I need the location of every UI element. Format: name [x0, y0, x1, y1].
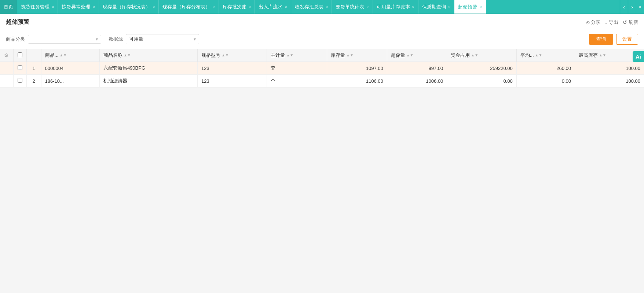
- th-name[interactable]: 商品名称 ▲▼: [99, 49, 197, 62]
- nav-label-6: 出入库流水: [259, 4, 282, 10]
- td-spec-1: 123: [198, 75, 267, 88]
- nav-item-5[interactable]: 库存批次账 ×: [219, 0, 255, 14]
- nav-label-3: 现存量（库存状况表）: [103, 4, 150, 10]
- share-button[interactable]: ⎋ 分享: [586, 19, 600, 26]
- nav-label-8: 要货单统计表: [336, 4, 364, 10]
- nav-close-3[interactable]: ×: [153, 5, 155, 9]
- select-all-checkbox[interactable]: [18, 52, 22, 57]
- nav-item-11[interactable]: 超储预警 ×: [454, 0, 486, 14]
- nav-close-6[interactable]: ×: [285, 5, 287, 9]
- td-stock-0: 1097.00: [327, 62, 387, 75]
- filter-actions: 查询 设置: [589, 34, 638, 45]
- th-no: [26, 49, 41, 62]
- table-row: 1 0000004 六配套新昌490BPG 123 套 1097.00 997.…: [0, 62, 644, 75]
- td-over-1: 1006.00: [387, 75, 447, 88]
- th-capital-label: 资金占用: [451, 52, 470, 59]
- td-gear-1: [0, 75, 13, 88]
- td-unit-0: 套: [267, 62, 327, 75]
- category-select[interactable]: ▾: [28, 35, 101, 44]
- th-over-label: 超储量: [391, 52, 405, 59]
- sort-icon-maxstock: ▲▼: [599, 53, 606, 57]
- th-avg[interactable]: 平均... ▲▼: [516, 49, 575, 62]
- nav-close-11[interactable]: ×: [479, 5, 482, 9]
- nav-close-7[interactable]: ×: [326, 5, 328, 9]
- nav-item-9[interactable]: 可用量库存账本 ×: [373, 0, 418, 14]
- category-label: 商品分类: [6, 36, 25, 42]
- datasource-select-value: 可用量: [129, 36, 143, 42]
- nav-close-9[interactable]: ×: [412, 5, 414, 9]
- category-filter: 商品分类 ▾: [6, 35, 101, 44]
- row-checkbox-1[interactable]: [18, 78, 22, 83]
- sort-icon-capital: ▲▼: [471, 53, 478, 57]
- sort-icon-over: ▲▼: [406, 53, 414, 57]
- nav-item-3[interactable]: 现存量（库存状况表） ×: [99, 0, 159, 14]
- th-stock-label: 库存量: [331, 52, 345, 59]
- export-button[interactable]: ↓ 导出: [605, 19, 618, 26]
- td-unit-1: 个: [267, 75, 327, 88]
- category-dropdown-icon: ▾: [96, 37, 98, 42]
- td-check-1: [13, 75, 26, 88]
- sort-icon-unit: ▲▼: [286, 53, 293, 57]
- top-nav: 首页 拣货任务管理 × 拣货异常处理 × 现存量（库存状况表） × 现存量（库存…: [0, 0, 644, 14]
- nav-close-2[interactable]: ×: [92, 5, 95, 9]
- nav-prev-button[interactable]: ‹: [620, 0, 628, 14]
- nav-close-4[interactable]: ×: [212, 5, 215, 9]
- td-code-0: 0000004: [41, 62, 99, 75]
- nav-close-1[interactable]: ×: [52, 5, 54, 9]
- nav-label-4: 现存量（库存分布表）: [162, 4, 210, 10]
- nav-item-6[interactable]: 出入库流水 ×: [255, 0, 291, 14]
- th-checkbox: [13, 49, 26, 62]
- nav-item-1[interactable]: 拣货任务管理 ×: [17, 0, 58, 14]
- nav-close-all-button[interactable]: ×: [636, 0, 644, 14]
- td-check-0: [13, 62, 26, 75]
- nav-item-7[interactable]: 收发存汇总表 ×: [291, 0, 332, 14]
- query-button[interactable]: 查询: [589, 34, 613, 45]
- refresh-icon: ↺: [623, 19, 627, 25]
- td-capital-1: 0.00: [447, 75, 516, 88]
- datasource-filter: 数据源 可用量 ▾: [109, 34, 199, 44]
- td-gear-0: [0, 62, 13, 75]
- nav-label-7: 收发存汇总表: [295, 4, 323, 10]
- gear-icon[interactable]: ⚙: [4, 52, 9, 58]
- refresh-button[interactable]: ↺ 刷新: [623, 19, 638, 26]
- export-label: 导出: [609, 19, 618, 26]
- nav-home[interactable]: 首页: [0, 0, 17, 14]
- td-no-1: 2: [26, 75, 41, 88]
- td-maxstock-1: 100.00: [575, 75, 644, 88]
- td-avg-0: 260.00: [516, 62, 575, 75]
- nav-label-11: 超储预警: [458, 4, 477, 10]
- nav-item-8[interactable]: 要货单统计表 ×: [332, 0, 373, 14]
- th-stock[interactable]: 库存量 ▲▼: [327, 49, 387, 62]
- page-title: 超储预警: [6, 18, 29, 26]
- th-capital[interactable]: 资金占用 ▲▼: [447, 49, 516, 62]
- th-spec-label: 规格型号: [201, 52, 220, 59]
- data-table: ⚙ 商品... ▲▼ 商品名称: [0, 49, 644, 88]
- row-checkbox-0[interactable]: [18, 65, 22, 70]
- share-label: 分享: [591, 19, 600, 26]
- td-code-1: 186-10...: [41, 75, 99, 88]
- th-gear: ⚙: [0, 49, 13, 62]
- settings-button[interactable]: 设置: [616, 34, 638, 45]
- datasource-select[interactable]: 可用量 ▾: [126, 34, 199, 44]
- td-no-0: 1: [26, 62, 41, 75]
- export-icon: ↓: [605, 19, 607, 25]
- table-body: 1 0000004 六配套新昌490BPG 123 套 1097.00 997.…: [0, 62, 644, 88]
- th-over[interactable]: 超储量 ▲▼: [387, 49, 447, 62]
- th-code[interactable]: 商品... ▲▼: [41, 49, 99, 62]
- nav-next-button[interactable]: ›: [628, 0, 636, 14]
- nav-close-8[interactable]: ×: [366, 5, 369, 9]
- ai-badge[interactable]: Ai: [633, 51, 644, 62]
- nav-label-2: 拣货异常处理: [62, 4, 90, 10]
- nav-close-5[interactable]: ×: [249, 5, 251, 9]
- nav-item-4[interactable]: 现存量（库存分布表） ×: [159, 0, 219, 14]
- th-unit[interactable]: 主计量 ▲▼: [267, 49, 327, 62]
- nav-item-2[interactable]: 拣货异常处理 ×: [58, 0, 99, 14]
- td-name-1: 机油滤清器: [99, 75, 197, 88]
- nav-item-10[interactable]: 保质期查询 ×: [418, 0, 454, 14]
- th-spec[interactable]: 规格型号 ▲▼: [198, 49, 267, 62]
- td-over-0: 997.00: [387, 62, 447, 75]
- nav-label-5: 库存批次账: [223, 4, 246, 10]
- td-avg-1: 0.00: [516, 75, 575, 88]
- header-actions: ⎋ 分享 ↓ 导出 ↺ 刷新: [586, 19, 638, 26]
- nav-close-10[interactable]: ×: [448, 5, 450, 9]
